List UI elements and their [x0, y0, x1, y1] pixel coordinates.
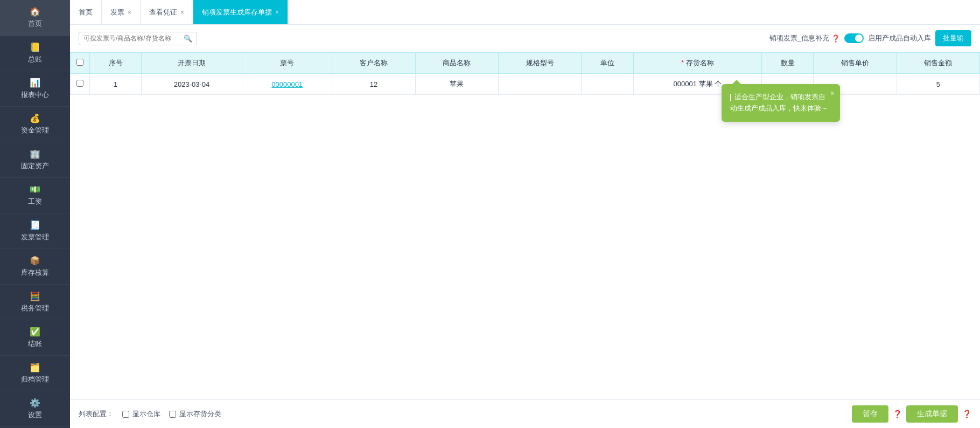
- archive-icon: 🗂️: [30, 362, 40, 372]
- row-customer: 12: [332, 74, 415, 95]
- generate-help-icon[interactable]: ❓: [962, 410, 971, 418]
- info-help-icon[interactable]: ❓: [831, 34, 840, 43]
- row-unit: [582, 74, 633, 95]
- info-label: 销项发票_信息补充 ❓: [769, 33, 840, 43]
- save-button[interactable]: 暂存: [852, 405, 888, 423]
- row-product: 苹果: [415, 74, 498, 95]
- header-unit-price: 销售单价: [814, 53, 897, 74]
- generate-button[interactable]: 生成单据: [906, 405, 958, 423]
- show-category-wrap[interactable]: 显示存货分类: [169, 409, 221, 419]
- data-table: 序号 开票日期 票号 客户名称 商品名称 规格型号 单位 * 存货名称 数量 销…: [70, 52, 980, 95]
- content-area: 🔍 销项发票_信息补充 ❓ 启用产成品自动入库 批量输: [70, 25, 980, 428]
- header-unit: 单位: [582, 53, 633, 74]
- sidebar: 🏠 首页 📒 总账 📊 报表中心 💰 资金管理 🏢 固定资产 💵 工资 🧾 发票…: [0, 0, 70, 428]
- select-all-checkbox[interactable]: [76, 59, 83, 66]
- sidebar-item-settings[interactable]: ⚙️ 设置: [0, 391, 70, 427]
- search-input[interactable]: [83, 34, 181, 42]
- sidebar-item-archive[interactable]: 🗂️ 归档管理: [0, 356, 70, 391]
- auto-warehouse-toggle[interactable]: [844, 33, 864, 43]
- tab-bar: 首页 发票 × 查看凭证 × 销项发票生成库存单据 ×: [70, 0, 980, 25]
- sidebar-item-home[interactable]: 🏠 首页: [0, 0, 70, 36]
- finance-icon: 💰: [30, 113, 40, 123]
- invoice-icon: 🧾: [30, 220, 40, 230]
- header-customer: 客户名称: [332, 53, 415, 74]
- save-help-icon[interactable]: ❓: [893, 410, 902, 418]
- sidebar-item-assets[interactable]: 🏢 固定资产: [0, 142, 70, 178]
- tab-invoice-close[interactable]: ×: [128, 9, 131, 16]
- row-spec: [499, 74, 582, 95]
- header-product: 商品名称: [415, 53, 498, 74]
- row-amount: 5: [897, 74, 979, 95]
- tab-home[interactable]: 首页: [70, 0, 102, 24]
- popover-cursor: [730, 94, 731, 101]
- bottom-actions: 暂存 ❓ 生成单据 ❓: [852, 405, 971, 423]
- table-wrap: 序号 开票日期 票号 客户名称 商品名称 规格型号 单位 * 存货名称 数量 销…: [70, 52, 980, 399]
- show-warehouse-wrap[interactable]: 显示仓库: [122, 409, 160, 419]
- row-ticket-no[interactable]: 00000001: [242, 74, 332, 95]
- toggle-label: 启用产成品自动入库: [868, 33, 931, 43]
- tab-generate-inventory[interactable]: 销项发票生成库存单据 ×: [193, 0, 288, 24]
- search-wrap[interactable]: 🔍: [79, 32, 197, 45]
- tab-voucher-close[interactable]: ×: [180, 9, 184, 16]
- sidebar-item-tax[interactable]: 🧮 税务管理: [0, 285, 70, 320]
- payroll-icon: 💵: [30, 184, 40, 195]
- header-quantity: 数量: [762, 53, 814, 74]
- batch-button[interactable]: 批量输: [935, 30, 971, 46]
- sidebar-item-ledger[interactable]: 📒 总账: [0, 36, 70, 71]
- show-category-checkbox[interactable]: [169, 411, 176, 418]
- header-checkbox-col[interactable]: [71, 53, 90, 74]
- sidebar-item-inventory[interactable]: 📦 库存核算: [0, 249, 70, 285]
- row-checkbox-cell[interactable]: [71, 74, 90, 95]
- sidebar-item-invoice[interactable]: 🧾 发票管理: [0, 213, 70, 249]
- tab-voucher[interactable]: 查看凭证 ×: [141, 0, 193, 24]
- show-warehouse-checkbox[interactable]: [122, 411, 129, 418]
- inventory-icon: 📦: [30, 256, 40, 266]
- settlement-icon: ✅: [30, 327, 40, 337]
- popover-text: 适合生产型企业，销项发票自动生成产成品入库，快来体验～: [730, 93, 828, 112]
- main-area: 首页 发票 × 查看凭证 × 销项发票生成库存单据 × 🔍 销项发票_信息补充: [70, 0, 980, 428]
- row-date: 2023-03-04: [142, 74, 242, 95]
- header-index: 序号: [90, 53, 142, 74]
- toolbar: 🔍 销项发票_信息补充 ❓ 启用产成品自动入库 批量输: [70, 25, 980, 52]
- row-index: 1: [90, 74, 142, 95]
- header-inventory: * 存货名称: [633, 53, 761, 74]
- bottom-bar: 列表配置： 显示仓库 显示存货分类 暂存 ❓ 生成单据 ❓: [70, 399, 980, 428]
- header-ticket-no: 票号: [242, 53, 332, 74]
- tab-invoice[interactable]: 发票 ×: [102, 0, 141, 24]
- show-warehouse-label: 显示仓库: [132, 409, 160, 419]
- sidebar-item-reports[interactable]: 📊 报表中心: [0, 71, 70, 107]
- header-spec: 规格型号: [499, 53, 582, 74]
- sidebar-item-payroll[interactable]: 💵 工资: [0, 178, 70, 213]
- settings-icon: ⚙️: [30, 398, 40, 408]
- home-icon: 🏠: [30, 6, 40, 17]
- search-icon: 🔍: [184, 34, 192, 43]
- table-row: 1 2023-03-04 00000001 12 苹果 000001 苹果 个 …: [71, 74, 980, 95]
- assets-icon: 🏢: [30, 149, 40, 159]
- toolbar-right: 销项发票_信息补充 ❓ 启用产成品自动入库 批量输: [769, 30, 971, 46]
- show-category-label: 显示存货分类: [179, 409, 221, 419]
- tax-icon: 🧮: [30, 291, 40, 301]
- tab-generate-inventory-close[interactable]: ×: [275, 9, 279, 16]
- sidebar-item-finance[interactable]: 💰 资金管理: [0, 107, 70, 142]
- ledger-icon: 📒: [30, 42, 40, 52]
- table-header-row: 序号 开票日期 票号 客户名称 商品名称 规格型号 单位 * 存货名称 数量 销…: [71, 53, 980, 74]
- row-checkbox[interactable]: [76, 80, 83, 87]
- sidebar-item-settlement[interactable]: ✅ 结账: [0, 320, 70, 356]
- header-amount: 销售金额: [897, 53, 979, 74]
- config-label: 列表配置：: [79, 409, 114, 419]
- header-date: 开票日期: [142, 53, 242, 74]
- tooltip-popover: × 适合生产型企业，销项发票自动生成产成品入库，快来体验～: [722, 84, 840, 122]
- popover-close-button[interactable]: ×: [830, 87, 835, 99]
- reports-icon: 📊: [30, 78, 40, 88]
